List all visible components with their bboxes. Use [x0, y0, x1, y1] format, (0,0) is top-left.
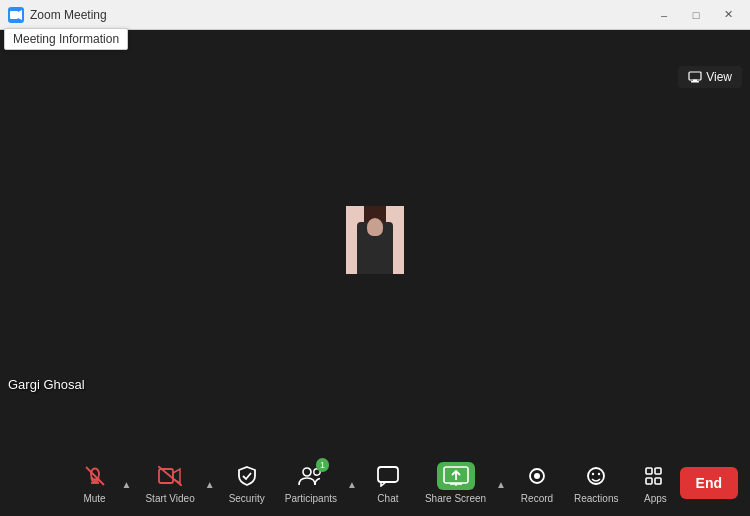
svg-rect-25	[646, 468, 652, 474]
svg-rect-1	[10, 11, 18, 19]
end-button[interactable]: End	[680, 467, 738, 499]
start-video-group: Start Video ▲	[135, 458, 218, 508]
chat-button[interactable]: Chat	[363, 458, 413, 508]
security-icon	[236, 465, 258, 487]
share-screen-group: Share Screen ▲	[415, 458, 510, 508]
security-label: Security	[229, 493, 265, 504]
mute-label: Mute	[83, 493, 105, 504]
record-button[interactable]: Record	[512, 458, 562, 508]
maximize-button[interactable]: □	[682, 5, 710, 25]
svg-rect-27	[646, 478, 652, 484]
reactions-group: Reactions	[564, 458, 628, 508]
apps-group: Apps	[628, 458, 682, 508]
participants-icon-area: 1	[297, 462, 325, 490]
record-label: Record	[521, 493, 553, 504]
record-icon-area	[523, 462, 551, 490]
svg-point-21	[534, 473, 540, 479]
share-screen-icon	[442, 465, 470, 487]
reactions-icon	[584, 465, 608, 487]
share-screen-button[interactable]: Share Screen	[417, 458, 494, 508]
svg-rect-26	[655, 468, 661, 474]
video-icon	[158, 466, 182, 486]
face-silhouette	[367, 218, 383, 236]
view-icon	[688, 70, 702, 84]
title-bar-controls: – □ ✕	[650, 5, 742, 25]
security-group: Security	[219, 458, 275, 508]
chat-group: Chat	[361, 458, 415, 508]
chat-icon-area	[374, 462, 402, 490]
svg-rect-15	[378, 467, 398, 482]
meeting-info-tooltip: Meeting Information	[4, 28, 128, 50]
chat-label: Chat	[377, 493, 398, 504]
video-icon-area	[156, 462, 184, 490]
apps-label: Apps	[644, 493, 667, 504]
svg-point-13	[303, 468, 311, 476]
participant-video	[346, 206, 404, 274]
reactions-icon-area	[582, 462, 610, 490]
mute-icon-area	[81, 462, 109, 490]
record-icon	[525, 465, 549, 487]
main-video-area: View Gargi Ghosal	[0, 30, 750, 450]
mute-button[interactable]: Mute	[70, 458, 120, 508]
video-chevron[interactable]: ▲	[203, 479, 217, 490]
participant-count: 1	[316, 458, 329, 472]
share-screen-icon-area	[437, 462, 475, 490]
apps-button[interactable]: Apps	[630, 458, 680, 508]
chat-icon	[376, 465, 400, 487]
participants-group: 1 Participants ▲	[275, 458, 361, 508]
security-button[interactable]: Security	[221, 458, 273, 508]
start-video-label: Start Video	[145, 493, 194, 504]
svg-rect-5	[693, 80, 697, 82]
svg-point-23	[592, 473, 594, 475]
close-button[interactable]: ✕	[714, 5, 742, 25]
title-bar-left: Zoom Meeting	[8, 7, 107, 23]
window-title: Zoom Meeting	[30, 8, 107, 22]
mute-chevron[interactable]: ▲	[120, 479, 134, 490]
svg-rect-28	[655, 478, 661, 484]
zoom-icon	[8, 7, 24, 23]
svg-rect-4	[691, 81, 699, 83]
participants-chevron[interactable]: ▲	[345, 479, 359, 490]
record-group: Record	[510, 458, 564, 508]
apps-icon	[643, 465, 667, 487]
reactions-label: Reactions	[574, 493, 618, 504]
view-button[interactable]: View	[678, 66, 742, 88]
svg-point-24	[598, 473, 600, 475]
bottom-toolbar: Mute ▲ Start Video ▲	[0, 450, 750, 516]
share-screen-label: Share Screen	[425, 493, 486, 504]
apps-icon-area	[641, 462, 669, 490]
mute-group: Mute ▲	[68, 458, 136, 508]
participants-label: Participants	[285, 493, 337, 504]
title-bar: Zoom Meeting – □ ✕ Meeting Information	[0, 0, 750, 30]
person-figure	[346, 206, 404, 274]
minimize-button[interactable]: –	[650, 5, 678, 25]
start-video-button[interactable]: Start Video	[137, 458, 202, 508]
share-screen-chevron[interactable]: ▲	[494, 479, 508, 490]
security-icon-area	[233, 462, 261, 490]
reactions-button[interactable]: Reactions	[566, 458, 626, 508]
mute-icon	[84, 465, 106, 487]
svg-rect-3	[689, 72, 701, 80]
participant-name: Gargi Ghosal	[8, 377, 85, 392]
participants-button[interactable]: 1 Participants	[277, 458, 345, 508]
